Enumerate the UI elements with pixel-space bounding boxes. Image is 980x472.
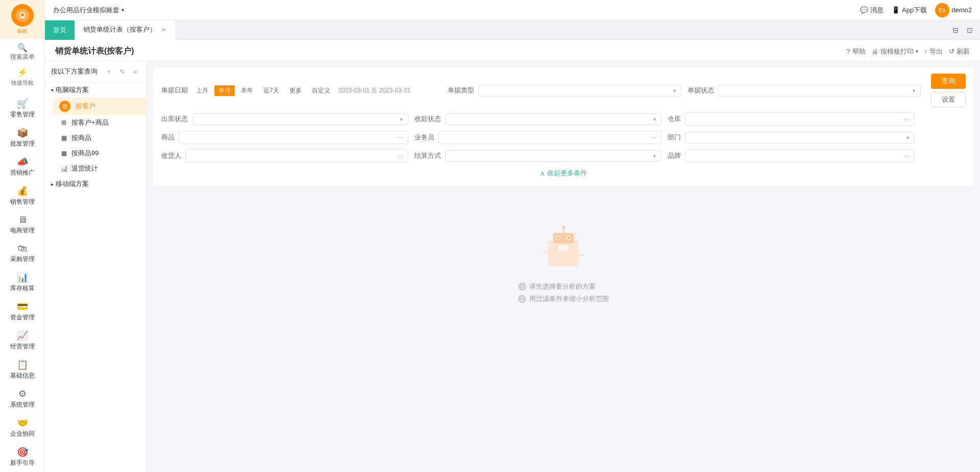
receipt-status-filter: 收款状态 ▾: [414, 113, 662, 125]
sidebar-item-system[interactable]: ⚙ 系统管理: [0, 384, 44, 413]
brand-more-icon[interactable]: ···: [904, 152, 909, 159]
filter-row-4: 收货人 ··· 结算方式 ▾: [161, 149, 966, 162]
tab-sales-stats[interactable]: 销货单统计表（按客户） ✕: [75, 20, 176, 40]
this-year-btn[interactable]: 本年: [237, 85, 257, 96]
filter-row-1: 单据日期 上月 本月 本年 近7天 更多 自定义 2023-03-01 至 20…: [161, 74, 966, 107]
company-selector[interactable]: 办公用品行业模拟账套 ▾: [53, 6, 124, 15]
sidebar-item-basic[interactable]: 📋 基础信息: [0, 355, 44, 384]
svg-point-10: [562, 226, 565, 229]
salesperson-select[interactable]: ···: [438, 131, 662, 144]
tree-item-by-goods[interactable]: ▦ 按商品: [53, 130, 146, 146]
sidebar-item-ecommerce[interactable]: 🖥 电商管理: [0, 210, 44, 239]
salesperson-filter: 业务员 ···: [414, 131, 662, 144]
type-select[interactable]: ▾: [478, 85, 681, 97]
tab-maximize-btn[interactable]: ⊡: [964, 24, 976, 36]
right-panel: 单据日期 上月 本月 本年 近7天 更多 自定义 2023-03-01 至 20…: [147, 61, 980, 472]
sidebar-logo: 标账: [0, 0, 44, 39]
more-btn[interactable]: 更多: [285, 85, 306, 96]
message-btn[interactable]: 💬 消息: [860, 6, 884, 15]
brand-select[interactable]: ···: [685, 149, 915, 162]
page-header: 销货单统计表(按客户) ? 帮助 🖨 按模板打印 ▾ ↑ 导出 ↺ 刷新: [45, 40, 980, 61]
settings-btn[interactable]: 设置: [931, 92, 966, 107]
out-status-select[interactable]: ▾: [192, 113, 408, 125]
edit-scheme-btn[interactable]: ✎: [117, 66, 127, 77]
type-select-arrow-icon: ▾: [673, 88, 676, 93]
tree-group-mobile-header[interactable]: ▸ 移动端方案: [45, 176, 146, 192]
tree-group-desktop: ▾ 电脑端方案 按 按客户 ⊞ 按客户+商品 ▦: [45, 82, 146, 176]
settle-select[interactable]: ▾: [445, 150, 662, 162]
warehouse-more-icon[interactable]: ···: [904, 115, 909, 123]
sales-icon: 💰: [17, 185, 28, 197]
sidebar-item-marketing[interactable]: 📣 营销推广: [0, 152, 44, 181]
collapse-btn[interactable]: ∧ 收起更多条件: [540, 167, 587, 180]
sidebar-item-retail[interactable]: 🛒 零售管理: [0, 94, 44, 123]
sidebar-item-enterprise[interactable]: 🤝 企业协同: [0, 413, 44, 442]
last-7-days-btn[interactable]: 近7天: [259, 85, 283, 96]
type-filter: 单据类型 ▾: [448, 85, 681, 97]
help-btn[interactable]: ? 帮助: [846, 47, 865, 56]
goods-icon: ▦: [59, 133, 68, 143]
left-panel-actions: ＋ ✎ «: [104, 66, 140, 77]
receiver-more-icon[interactable]: ···: [398, 152, 403, 159]
warehouse-select[interactable]: ···: [685, 112, 915, 126]
goods99-icon: ▦: [59, 149, 68, 158]
tree-item-by-goods-99[interactable]: ▦ 按商品99: [53, 146, 146, 161]
tree-group-desktop-label: 电脑端方案: [56, 85, 89, 95]
newbie-icon: 🎯: [17, 446, 28, 458]
print-icon: 🖨: [872, 48, 878, 55]
svg-point-6: [557, 237, 559, 239]
search-btn[interactable]: 查询: [931, 74, 966, 89]
filter-row-3: 商品 ··· 业务员 ···: [161, 131, 966, 144]
sidebar-item-wholesale[interactable]: 📦 批发管理: [0, 123, 44, 152]
user-menu[interactable]: Ea demo2: [935, 3, 972, 17]
this-month-btn[interactable]: 本月: [214, 85, 235, 96]
sidebar-item-operations[interactable]: 📈 经营管理: [0, 326, 44, 355]
message-label: 消息: [870, 6, 884, 15]
main-area: 办公用品行业模拟账套 ▾ 💬 消息 📱 App下载 Ea demo2 首页: [45, 0, 980, 472]
search-menu-item[interactable]: 🔍 搜索菜单: [0, 39, 44, 65]
receipt-status-select[interactable]: ▾: [445, 113, 662, 125]
tree-item-by-customer[interactable]: 按 按客户: [53, 98, 146, 115]
brand-filter: 品牌 ···: [668, 149, 915, 162]
add-scheme-btn[interactable]: ＋: [104, 66, 114, 77]
svg-text:✦: ✦: [574, 232, 577, 237]
settle-label: 结算方式: [414, 151, 441, 160]
tree-item-return-stats[interactable]: 📊 退货统计: [53, 161, 146, 176]
status-select[interactable]: ▾: [718, 85, 921, 97]
app-download-btn[interactable]: 📱 App下载: [892, 6, 927, 15]
quick-nav-item[interactable]: ⚡ 快捷导航: [0, 65, 44, 90]
dept-select[interactable]: ▾: [685, 132, 915, 144]
receipt-status-label: 收款状态: [414, 114, 441, 124]
quick-nav-label: 快捷导航: [4, 77, 40, 88]
receiver-select[interactable]: ···: [185, 149, 408, 162]
tab-home[interactable]: 首页: [45, 20, 75, 40]
inventory-icon: 📊: [17, 272, 28, 283]
logo-icon: [11, 4, 34, 27]
goods-select[interactable]: ···: [179, 131, 408, 144]
template-print-btn[interactable]: 🖨 按模板打印 ▾: [872, 47, 918, 56]
sidebar-item-purchase[interactable]: 🛍 采购管理: [0, 239, 44, 268]
goods-more-icon[interactable]: ···: [398, 134, 403, 141]
hint-num-2: 2: [518, 295, 526, 303]
tree-group-desktop-header[interactable]: ▾ 电脑端方案: [45, 82, 146, 98]
tree-item-by-customer-goods[interactable]: ⊞ 按客户+商品: [53, 115, 146, 130]
sidebar-item-finance[interactable]: 💳 资金管理: [0, 297, 44, 326]
sidebar-item-newbie[interactable]: 🎯 新手引导: [0, 442, 44, 471]
date-label: 单据日期: [161, 86, 188, 95]
last-month-btn[interactable]: 上月: [192, 85, 212, 96]
export-btn[interactable]: ↑ 导出: [924, 47, 943, 56]
refresh-btn[interactable]: ↺ 刷新: [949, 47, 970, 56]
app-download-label: App下载: [902, 6, 927, 15]
tree-item-by-goods-99-label: 按商品99: [71, 149, 99, 158]
custom-btn[interactable]: 自定义: [308, 85, 334, 96]
sidebar-item-sales[interactable]: 💰 销售管理: [0, 181, 44, 210]
salesperson-more-icon[interactable]: ···: [651, 134, 656, 141]
sidebar-item-inventory[interactable]: 📊 库存核算: [0, 268, 44, 297]
collapse-panel-btn[interactable]: «: [130, 66, 140, 77]
tab-minimize-btn[interactable]: ⊟: [949, 24, 962, 36]
empty-illustration: ✦ ✦: [538, 223, 589, 274]
left-panel: 按以下方案查询 ＋ ✎ « ▾ 电脑端方案 按: [45, 61, 147, 472]
tab-close-btn[interactable]: ✕: [159, 26, 167, 34]
purchase-icon: 🛍: [18, 243, 27, 254]
body-layout: 按以下方案查询 ＋ ✎ « ▾ 电脑端方案 按: [45, 61, 980, 472]
